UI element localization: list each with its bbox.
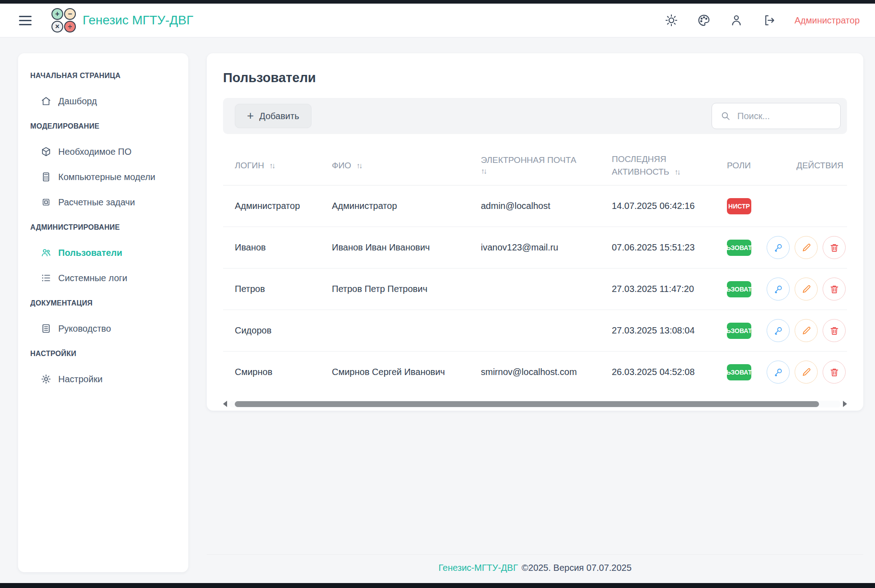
cell-fio: Петров Петр Петрович: [320, 269, 469, 310]
app-logo: + − × ÷: [51, 8, 76, 32]
sidebar-item-computer-models[interactable]: Компьютерные модели: [18, 164, 188, 190]
reset-password-button[interactable]: [767, 236, 790, 259]
sidebar-item-manual[interactable]: Руководство: [18, 316, 188, 341]
profile-icon[interactable]: [730, 14, 743, 27]
role-badge: ЬЗОВАТ: [727, 240, 751, 256]
sort-icon: ↑↓: [675, 168, 680, 176]
sidebar-item-dashboard[interactable]: Дашборд: [18, 88, 188, 114]
table-row: Иванов Иванов Иван Иванович ivanov123@ma…: [223, 227, 847, 269]
footer-brand-link[interactable]: Генезис-МГТУ-ДВГ: [438, 563, 518, 573]
cell-fio: Иванов Иван Иванович: [320, 227, 469, 269]
sidebar-item-calculation-tasks[interactable]: Расчетные задачи: [18, 190, 188, 215]
sidebar-section-home: НАЧАЛЬНАЯ СТРАНИЦА: [18, 63, 188, 88]
app-header: + − × ÷ Генезис МГТУ-ДВГ Администратор: [0, 4, 875, 37]
sidebar-section-modeling: МОДЕЛИРОВАНИЕ: [18, 114, 188, 139]
role-badge: ЬЗОВАТ: [727, 281, 751, 297]
cell-email: smirnov@localhost.com: [469, 352, 600, 393]
delete-user-button[interactable]: [823, 361, 846, 384]
sidebar-item-users[interactable]: Пользователи: [18, 240, 188, 265]
cell-login: Смирнов: [223, 352, 320, 393]
table-row: Администратор Администратор admin@localh…: [223, 185, 847, 227]
edit-user-button[interactable]: [795, 319, 818, 342]
bottom-window-strip: [0, 583, 875, 588]
gear-icon: [41, 374, 51, 384]
plus-icon: +: [247, 110, 254, 121]
app-title: Генезис МГТУ-ДВГ: [83, 13, 193, 28]
sidebar-section-administration: АДМИНИСТРИРОВАНИЕ: [18, 215, 188, 240]
sidebar-item-settings[interactable]: Настройки: [18, 366, 188, 392]
pencil-icon: [801, 367, 812, 378]
reset-password-button[interactable]: [767, 278, 790, 301]
edit-user-button[interactable]: [795, 361, 818, 384]
cell-last-activity: 27.03.2025 13:08:04: [600, 310, 715, 352]
role-badge: НИСТР: [727, 198, 751, 214]
trash-icon: [829, 284, 840, 295]
cell-login: Петров: [223, 269, 320, 310]
add-user-button[interactable]: + Добавить: [235, 104, 312, 128]
current-user-label: Администратор: [795, 15, 860, 26]
cell-fio: [320, 310, 469, 352]
cell-actions: [767, 185, 847, 227]
search-box: [712, 103, 841, 129]
header-actions: Администратор: [665, 14, 860, 27]
sidebar: НАЧАЛЬНАЯ СТРАНИЦА Дашборд МОДЕЛИРОВАНИЕ…: [18, 53, 188, 572]
edit-user-button[interactable]: [795, 278, 818, 301]
search-input[interactable]: [736, 111, 832, 122]
role-badge: ЬЗОВАТ: [727, 364, 751, 380]
table-toolbar: + Добавить: [223, 98, 847, 134]
column-header-last-activity[interactable]: ПОСЛЕДНЯЯ АКТИВНОСТЬ ↑↓: [600, 146, 715, 185]
cell-fio: Администратор: [320, 185, 469, 227]
users-table-viewport: ЛОГИН ↑↓ ФИО ↑↓ ЭЛЕКТРОННАЯ ПОЧТА ↑↓: [223, 146, 847, 393]
trash-icon: [829, 367, 840, 378]
cell-roles: ЬЗОВАТ: [715, 227, 767, 269]
cell-actions: [767, 352, 847, 393]
edit-user-button[interactable]: [795, 236, 818, 259]
sidebar-item-label: Руководство: [58, 324, 111, 334]
page-title: Пользователи: [223, 70, 847, 85]
reset-password-button[interactable]: [767, 319, 790, 342]
cpu-icon: [41, 197, 51, 208]
table-row: Петров Петров Петр Петрович 27.03.2025 1…: [223, 269, 847, 310]
delete-user-button[interactable]: [823, 278, 846, 301]
cell-fio: Смирнов Сергей Иванович: [320, 352, 469, 393]
cell-email: [469, 310, 600, 352]
delete-user-button[interactable]: [823, 319, 846, 342]
cell-email: ivanov123@mail.ru: [469, 227, 600, 269]
users-table: ЛОГИН ↑↓ ФИО ↑↓ ЭЛЕКТРОННАЯ ПОЧТА ↑↓: [223, 146, 847, 393]
cell-actions: [767, 310, 847, 352]
key-icon: [773, 367, 784, 378]
sidebar-item-system-logs[interactable]: Системные логи: [18, 265, 188, 291]
column-header-email[interactable]: ЭЛЕКТРОННАЯ ПОЧТА ↑↓: [469, 146, 600, 185]
delete-user-button[interactable]: [823, 236, 846, 259]
column-header-fio[interactable]: ФИО ↑↓: [320, 146, 469, 185]
pencil-icon: [801, 242, 812, 253]
users-icon: [41, 247, 51, 258]
reset-password-button[interactable]: [767, 361, 790, 384]
scroll-right-arrow[interactable]: [843, 401, 847, 407]
scrollbar-thumb[interactable]: [235, 401, 819, 407]
cell-roles: ЬЗОВАТ: [715, 310, 767, 352]
scrollbar-track[interactable]: [229, 401, 841, 407]
cell-roles: НИСТР: [715, 185, 767, 227]
list-icon: [41, 273, 51, 283]
table-header-row: ЛОГИН ↑↓ ФИО ↑↓ ЭЛЕКТРОННАЯ ПОЧТА ↑↓: [223, 146, 847, 185]
document-icon: [41, 323, 51, 334]
sidebar-item-required-software[interactable]: Необходимое ПО: [18, 139, 188, 164]
cell-email: admin@localhost: [469, 185, 600, 227]
palette-icon[interactable]: [697, 14, 711, 27]
scroll-left-arrow[interactable]: [223, 401, 227, 407]
cell-email: [469, 269, 600, 310]
cell-actions: [767, 269, 847, 310]
logo-divide-icon: ÷: [64, 21, 76, 32]
table-row: Смирнов Смирнов Сергей Иванович smirnov@…: [223, 352, 847, 393]
logout-icon[interactable]: [762, 14, 776, 27]
column-header-login[interactable]: ЛОГИН ↑↓: [223, 146, 320, 185]
key-icon: [773, 284, 784, 295]
menu-toggle-button[interactable]: [19, 16, 32, 25]
cell-last-activity: 07.06.2025 15:51:23: [600, 227, 715, 269]
cell-login: Иванов: [223, 227, 320, 269]
footer-copyright: ©2025. Версия 07.07.2025: [521, 563, 632, 573]
theme-toggle-sun-icon[interactable]: [665, 14, 678, 27]
pencil-icon: [801, 325, 812, 336]
trash-icon: [829, 242, 840, 253]
